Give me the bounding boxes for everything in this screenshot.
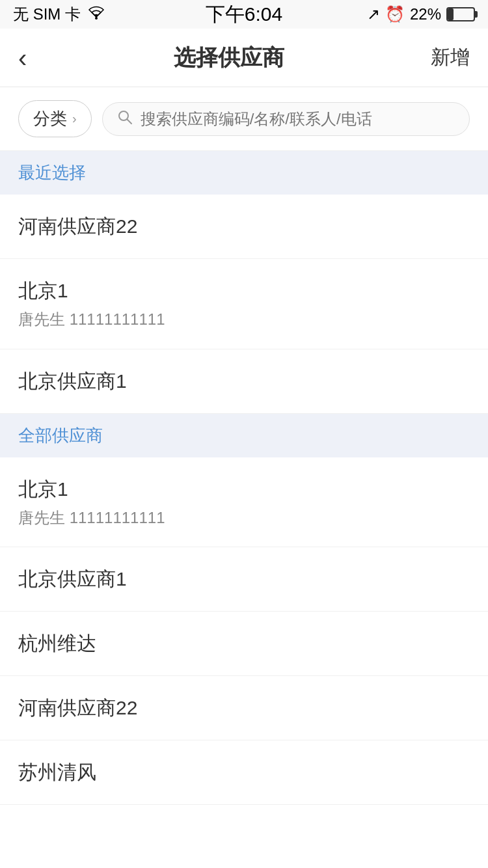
recent-list-item[interactable]: 北京1唐先生 11111111111 <box>0 259 488 349</box>
alarm-icon: ⏰ <box>385 5 405 23</box>
battery-icon <box>446 7 475 21</box>
all-list-item[interactable]: 北京1唐先生 11111111111 <box>0 457 488 548</box>
category-filter-button[interactable]: 分类 › <box>18 100 92 137</box>
svg-point-0 <box>95 17 98 20</box>
status-left: 无 SIM 卡 <box>13 4 105 25</box>
carrier-text: 无 SIM 卡 <box>13 4 81 25</box>
new-action-button[interactable]: 新增 <box>431 44 470 71</box>
all-list-item[interactable]: 杭州维达 <box>0 612 488 676</box>
location-icon: ↗ <box>367 5 380 23</box>
search-box <box>102 102 470 136</box>
recent-list-item[interactable]: 北京供应商1 <box>0 349 488 414</box>
item-name: 北京供应商1 <box>18 368 470 395</box>
nav-bar: ‹ 选择供应商 新增 <box>0 29 488 87</box>
item-name: 北京1 <box>18 476 470 503</box>
item-name: 北京1 <box>18 277 470 305</box>
item-name: 杭州维达 <box>18 630 470 657</box>
page-title: 选择供应商 <box>174 43 284 73</box>
battery-percent: 22% <box>410 5 441 23</box>
wifi-icon <box>87 5 105 23</box>
back-button[interactable]: ‹ <box>18 45 27 71</box>
recent-section-header: 最近选择 <box>0 151 488 195</box>
status-bar: 无 SIM 卡 下午6:04 ↗ ⏰ 22% <box>0 0 488 29</box>
item-name: 苏州清风 <box>18 759 470 786</box>
chevron-right-icon: › <box>72 111 77 126</box>
status-time: 下午6:04 <box>206 1 282 28</box>
item-sub: 唐先生 11111111111 <box>18 507 470 529</box>
item-sub: 唐先生 11111111111 <box>18 308 470 331</box>
status-right: ↗ ⏰ 22% <box>367 5 475 23</box>
all-items-list: 北京1唐先生 11111111111北京供应商1杭州维达河南供应商22苏州清风 <box>0 457 488 806</box>
item-name: 北京供应商1 <box>18 565 470 593</box>
all-list-item[interactable]: 北京供应商1 <box>0 547 488 612</box>
search-icon <box>117 109 133 129</box>
search-input[interactable] <box>141 110 455 128</box>
recent-items-list: 河南供应商22北京1唐先生 11111111111北京供应商1 <box>0 195 488 414</box>
recent-list-item[interactable]: 河南供应商22 <box>0 195 488 259</box>
item-name: 河南供应商22 <box>18 694 470 722</box>
all-list-item[interactable]: 河南供应商22 <box>0 676 488 740</box>
filter-row: 分类 › <box>0 87 488 151</box>
all-section-header: 全部供应商 <box>0 414 488 457</box>
category-label: 分类 <box>33 107 67 130</box>
all-list-item[interactable]: 苏州清风 <box>0 740 488 805</box>
item-name: 河南供应商22 <box>18 213 470 240</box>
svg-line-2 <box>127 119 131 124</box>
